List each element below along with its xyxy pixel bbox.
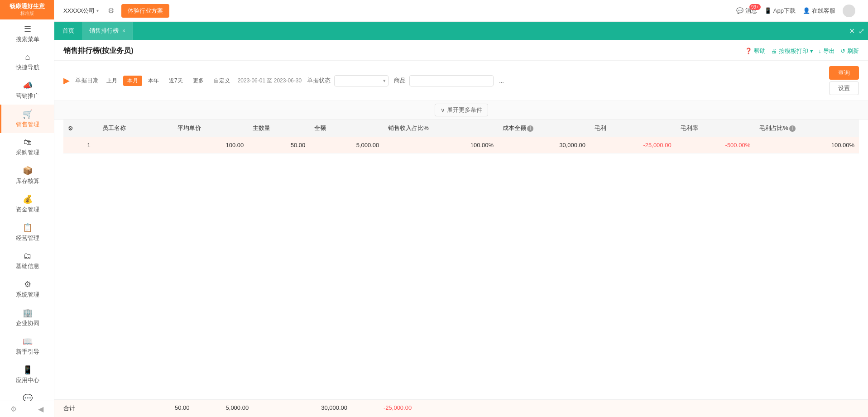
refresh-icon: ↺: [840, 48, 845, 54]
company-name: XXXXX公司: [63, 7, 95, 15]
sidebar-item-finance[interactable]: 💰 资金管理: [0, 190, 54, 218]
sidebar-item-purchase[interactable]: 🛍 采购管理: [0, 133, 54, 161]
date-range-buttons: 上月 本月 本年 近7天 更多 自定义: [102, 76, 234, 86]
filter-more-dots[interactable]: ...: [499, 77, 504, 84]
filter-arrow-icon[interactable]: ▶: [63, 76, 70, 86]
date-btn-more[interactable]: 更多: [189, 76, 208, 86]
sidebar-item-apps[interactable]: 📱 应用中心: [0, 360, 54, 389]
tabbar-right: ✕ ⤢: [849, 27, 868, 35]
col-qty: 主数量: [248, 120, 310, 137]
company-selector[interactable]: XXXXX公司 ▾: [60, 5, 102, 17]
footer-gross: -25,000.00: [384, 404, 412, 412]
tabbar-close-icon[interactable]: ✕: [849, 27, 855, 35]
date-btn-current-month[interactable]: 本月: [123, 76, 142, 86]
goods-input[interactable]: [409, 75, 494, 86]
content-area: 销售排行榜(按业务员) ❓ 帮助 🖨 按模板打印 ▾ ↓ 导出 ↺ 刷新: [54, 40, 868, 417]
sidebar-item-operation[interactable]: 📋 经营管理: [0, 218, 54, 247]
app-label: App下载: [773, 7, 796, 15]
footer-qty: 50.00: [175, 404, 190, 412]
date-btn-custom[interactable]: 自定义: [210, 76, 234, 86]
sidebar-label-system: 系统管理: [16, 291, 39, 299]
sidebar-item-corp[interactable]: 🏢 企业协同: [0, 303, 54, 332]
tab-home[interactable]: 首页: [54, 22, 83, 40]
page-title: 销售排行榜(按业务员): [63, 46, 134, 56]
sidebar-label-purchase: 采购管理: [16, 149, 39, 157]
gross-pct-info-icon[interactable]: i: [789, 125, 796, 132]
gross-pct-cell: 100.00%: [755, 137, 859, 153]
sidebar-label-corp: 企业协同: [16, 319, 39, 327]
service-icon: 👤: [803, 7, 810, 14]
page-actions: ❓ 帮助 🖨 按模板打印 ▾ ↓ 导出 ↺ 刷新: [745, 47, 859, 55]
topbar-settings-icon[interactable]: ⚙: [108, 6, 114, 15]
sidebar-label-marketing: 营销推广: [16, 92, 39, 100]
cost-info-icon[interactable]: i: [527, 125, 533, 132]
cost-cell: 30,000.00: [498, 137, 590, 153]
topbar: XXXXX公司 ▾ ⚙ 体验行业方案 💬 消息 99+ 📱 App下载 👤 在线…: [54, 0, 868, 22]
sidebar-bottom: ⚙ ◀: [0, 401, 54, 417]
table-settings-icon[interactable]: ⚙: [68, 125, 73, 132]
sidebar-item-system[interactable]: ⚙ 系统管理: [0, 275, 54, 303]
date-btn-year[interactable]: 本年: [144, 76, 163, 86]
trial-button[interactable]: 体验行业方案: [121, 4, 169, 18]
sales-table: ⚙ 员工名称 平均单价 主数量 全额 销售收入占比% 成本全额i 毛利 毛利率: [63, 120, 859, 153]
col-avg-price: 平均单价: [173, 120, 248, 137]
avatar[interactable]: [843, 5, 855, 17]
sidebar-item-basic[interactable]: 🗂 基础信息: [0, 247, 54, 275]
expand-conditions-button[interactable]: ∨ 展开更多条件: [435, 104, 488, 116]
date-btn-7days[interactable]: 近7天: [165, 76, 187, 86]
corp-icon: 🏢: [23, 308, 33, 318]
help-button[interactable]: ❓ 帮助: [745, 47, 766, 55]
topbar-right: 💬 消息 99+ 📱 App下载 👤 在线客服: [736, 5, 863, 17]
tabbar-expand-icon[interactable]: ⤢: [858, 27, 864, 35]
rank-cell: 1: [80, 137, 98, 153]
settings-bottom-icon[interactable]: ⚙: [10, 405, 17, 413]
refresh-button[interactable]: ↺ 刷新: [840, 47, 859, 55]
search-menu-icon: ☰: [24, 24, 31, 34]
tab-sales-ranking[interactable]: 销售排行榜 ×: [83, 22, 133, 40]
col-cost: 成本全额i: [498, 120, 590, 137]
collapse-icon[interactable]: ◀: [38, 405, 43, 413]
expand-label: 展开更多条件: [447, 106, 482, 114]
sidebar-label-finance: 资金管理: [16, 206, 39, 214]
status-select[interactable]: [334, 75, 388, 86]
col-amount: 全额: [310, 120, 384, 137]
date-label: 单据日期: [75, 77, 99, 85]
col-employee: 员工名称: [98, 120, 173, 137]
expand-row: ∨ 展开更多条件: [54, 101, 868, 120]
message-button[interactable]: 💬 消息 99+: [736, 7, 757, 15]
sidebar-item-quicknav[interactable]: ⌂ 快捷导航: [0, 48, 54, 76]
print-button[interactable]: 🖨 按模板打印 ▾: [771, 47, 813, 55]
sidebar-item-sales[interactable]: 🛒 销售管理: [0, 105, 54, 133]
employee-cell: [98, 137, 173, 153]
stock-icon: 📦: [23, 166, 33, 176]
app-download-button[interactable]: 📱 App下载: [764, 7, 796, 15]
query-button[interactable]: 查询: [829, 66, 859, 80]
col-settings[interactable]: ⚙: [63, 120, 80, 137]
sidebar-label-sales: 销售管理: [16, 120, 39, 129]
table-header-row: ⚙ 员工名称 平均单价 主数量 全额 销售收入占比% 成本全额i 毛利 毛利率: [63, 120, 859, 137]
export-button[interactable]: ↓ 导出: [819, 47, 835, 55]
sidebar-label-operation: 经营管理: [16, 234, 39, 242]
sidebar-item-search[interactable]: ☰ 搜索菜单: [0, 19, 54, 48]
sidebar-item-marketing[interactable]: 📣 营销推广: [0, 76, 54, 105]
sidebar-item-guide[interactable]: 📖 新手引导: [0, 332, 54, 360]
filter-bar: ▶ 单据日期 上月 本月 本年 近7天 更多 自定义 2023-06-01 至 …: [54, 61, 868, 101]
table-row: 1 100.00 50.00 5,000.00 100.00% 30,000.0…: [63, 137, 859, 153]
goods-filter-group: 商品 ...: [394, 75, 504, 86]
tab-close-icon[interactable]: ×: [121, 27, 126, 35]
sidebar-label-basic: 基础信息: [16, 262, 39, 270]
footer-wrap: 合计 50.00 5,000.00 30,000.00 -25,000.00: [54, 399, 868, 417]
sidebar-item-stock[interactable]: 📦 库存核算: [0, 161, 54, 190]
system-icon: ⚙: [24, 279, 31, 289]
table-footer: 合计 50.00 5,000.00 30,000.00 -25,000.00: [54, 399, 868, 417]
settings-button[interactable]: 设置: [829, 81, 859, 95]
finance-icon: 💰: [23, 194, 33, 204]
sidebar-logo: 畅康通好生意 标准版: [0, 0, 54, 19]
avg-price-cell: 100.00: [173, 137, 248, 153]
page-header: 销售排行榜(按业务员) ❓ 帮助 🖨 按模板打印 ▾ ↓ 导出 ↺ 刷新: [54, 40, 868, 61]
online-service-button[interactable]: 👤 在线客服: [803, 7, 835, 15]
col-gross-pct: 毛利占比%i: [755, 120, 859, 137]
date-btn-prev-month[interactable]: 上月: [102, 76, 121, 86]
print-chevron-icon: ▾: [810, 48, 813, 54]
sidebar-label-stock: 库存核算: [16, 177, 39, 185]
